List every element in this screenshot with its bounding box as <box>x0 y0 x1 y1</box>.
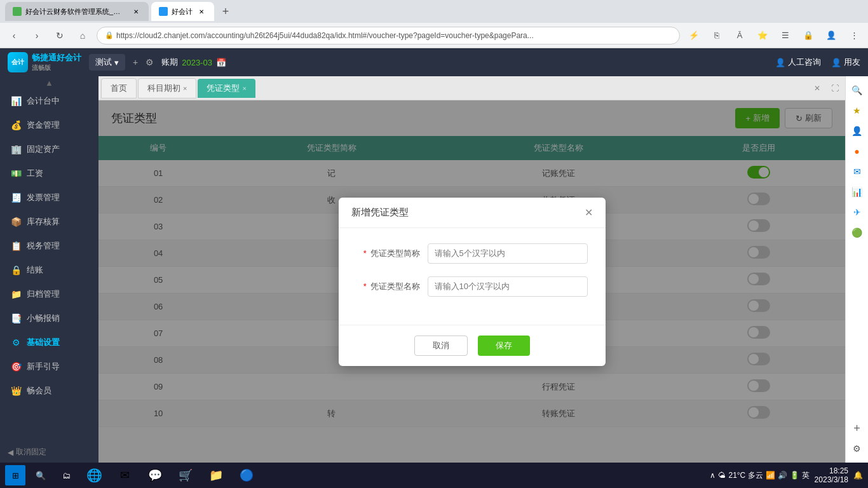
browser-chrome: 好会计云财务软件管理系统_会计 ✕ 好会计 ✕ + ‹ › ↻ ⌂ 🔒 http… <box>0 0 868 48</box>
tab2-close[interactable]: ✕ <box>196 6 207 17</box>
expand-icon[interactable]: ∧ <box>710 471 715 480</box>
browser-tab-1[interactable]: 好会计云财务软件管理系统_会计 ✕ <box>5 2 149 21</box>
sidebar-item-label: 会计台中 <box>27 95 60 107</box>
browser-action-3[interactable]: Ā <box>731 27 749 44</box>
sidebar-scroll-up[interactable]: ▲ <box>0 76 98 89</box>
rp-chart-icon[interactable]: 📊 <box>848 183 866 201</box>
save-button[interactable]: 保存 <box>478 336 530 356</box>
sidebar-item-label: 基础设置 <box>27 337 60 348</box>
browser-action-7[interactable]: 👤 <box>822 27 840 44</box>
name-input[interactable] <box>428 276 588 297</box>
tab1-favicon <box>13 7 22 16</box>
content-wrapper: 首页 科目期初 × 凭证类型 × ✕ ⛶ 凭证类型 <box>98 76 845 463</box>
abbr-label: * 凭证类型简称 <box>356 248 420 259</box>
browser-action-5[interactable]: ☰ <box>776 27 794 44</box>
tab-voucher-close[interactable]: × <box>242 85 246 92</box>
modal-body: * 凭证类型简称 * 凭证类型名称 <box>339 228 606 325</box>
browser-action-8[interactable]: ⋮ <box>845 27 863 44</box>
sidebar-item-report[interactable]: 📑 小畅报销 <box>0 306 98 330</box>
taskbar-shop[interactable]: 🛒 <box>173 465 198 485</box>
taskbar-mail[interactable]: ✉ <box>112 465 137 485</box>
rp-mail-icon[interactable]: ✉ <box>848 163 866 180</box>
taskbar-edge2[interactable]: 🔵 <box>234 465 259 485</box>
invoice-icon: 🧾 <box>10 192 22 203</box>
back-button[interactable]: ‹ <box>5 27 23 44</box>
sidebar-item-archive[interactable]: 📁 归档管理 <box>0 282 98 306</box>
name-label: * 凭证类型名称 <box>356 281 420 292</box>
period-value: 2023-03 <box>182 58 212 67</box>
lock-icon: 🔒 <box>105 31 114 39</box>
sidebar-item-salary[interactable]: 💵 工资 <box>0 161 98 186</box>
clock-date: 2023/3/18 <box>815 475 848 484</box>
rp-add-icon[interactable]: + <box>848 419 866 437</box>
new-tab-button[interactable]: + <box>217 3 234 20</box>
start-button[interactable]: ⊞ <box>5 465 25 485</box>
notification-icon[interactable]: 🔔 <box>853 471 863 480</box>
tab-close-ctrl[interactable]: ✕ <box>810 81 825 96</box>
taskbar: ⊞ 🔍 🗂 🌐 ✉ 💬 🛒 📁 🔵 ∧ 🌤 21°C 多云 📶 🔊 🔋 英 18… <box>0 463 868 488</box>
tab-maximize-ctrl[interactable]: ⛶ <box>827 81 843 96</box>
rp-user-icon[interactable]: 👤 <box>848 122 866 140</box>
cancel-fixed-button[interactable]: ◀ 取消固定 <box>0 442 98 463</box>
browser-action-2[interactable]: ⎘ <box>708 27 726 44</box>
rp-globe-icon[interactable]: ● <box>848 142 866 160</box>
task-view-btn[interactable]: 🗂 <box>56 465 76 485</box>
taskbar-wechat[interactable]: 💬 <box>142 465 168 485</box>
tab-home[interactable]: 首页 <box>101 78 137 98</box>
tab1-close[interactable]: ✕ <box>131 6 141 17</box>
address-input[interactable]: 🔒 https://cloud2.chanjet.com/accounting/… <box>97 27 680 44</box>
sidebar-item-member[interactable]: 👑 畅会员 <box>0 379 98 403</box>
sidebar-item-settings[interactable]: ⚙ 基础设置 <box>0 330 98 355</box>
clock[interactable]: 18:25 2023/3/18 <box>815 466 848 484</box>
rp-star-icon[interactable]: ★ <box>848 102 866 119</box>
sidebar-item-invoice[interactable]: 🧾 发票管理 <box>0 186 98 210</box>
consult-button[interactable]: 👤 人工咨询 <box>775 57 821 68</box>
sidebar-item-dashboard[interactable]: 📊 会计台中 <box>0 89 98 113</box>
rp-plane-icon[interactable]: ✈ <box>848 203 866 221</box>
search-taskbar[interactable]: 🔍 <box>31 465 51 485</box>
sidebar-item-fixed-assets[interactable]: 🏢 固定资产 <box>0 137 98 161</box>
sidebar-item-label: 发票管理 <box>27 192 60 203</box>
sidebar-item-inventory[interactable]: 📦 库存核算 <box>0 210 98 234</box>
browser-tab-2[interactable]: 好会计 ✕ <box>151 2 214 21</box>
period-label: 账期 <box>161 57 178 68</box>
cancel-button[interactable]: 取消 <box>414 336 468 356</box>
abbr-input[interactable] <box>428 243 588 264</box>
rp-gear-icon[interactable]: ⚙ <box>848 440 866 458</box>
browser-action-4[interactable]: ⭐ <box>754 27 771 44</box>
rp-app-icon[interactable]: 🟢 <box>848 224 866 241</box>
home-button[interactable]: ⌂ <box>74 27 92 44</box>
tab-subject[interactable]: 科目期初 × <box>138 78 196 98</box>
tab-subject-close[interactable]: × <box>183 85 187 92</box>
rp-search-icon[interactable]: 🔍 <box>848 81 866 99</box>
browser-action-1[interactable]: ⚡ <box>685 27 703 44</box>
tab1-label: 好会计云财务软件管理系统_会计 <box>25 7 127 17</box>
sidebar-item-capital[interactable]: 💰 资金管理 <box>0 113 98 137</box>
tab-voucher-type[interactable]: 凭证类型 × <box>198 79 255 98</box>
user-button[interactable]: 👤 用友 <box>831 57 860 68</box>
lang-indicator[interactable]: 英 <box>802 470 810 481</box>
modal-footer: 取消 保存 <box>339 325 606 366</box>
modal-close-button[interactable]: ✕ <box>585 207 593 219</box>
sidebar-item-label: 新手引导 <box>27 361 60 372</box>
taskbar-edge[interactable]: 🌐 <box>81 465 107 485</box>
taskbar-folder[interactable]: 📁 <box>203 465 229 485</box>
address-text: https://cloud2.chanjet.com/accounting/uh… <box>116 31 534 40</box>
add-org-button[interactable]: + <box>133 57 138 67</box>
add-voucher-modal: 新增凭证类型 ✕ * 凭证类型简称 <box>339 198 606 366</box>
org-selector[interactable]: 测试 ▾ <box>89 54 125 71</box>
reload-button[interactable]: ↻ <box>51 27 69 44</box>
volume-icon[interactable]: 🔊 <box>778 471 787 480</box>
forward-button[interactable]: › <box>28 27 46 44</box>
sidebar-item-guide[interactable]: 🎯 新手引导 <box>0 355 98 379</box>
sidebar-item-label: 归档管理 <box>27 288 60 300</box>
header-actions: 👤 人工咨询 👤 用友 <box>775 57 860 68</box>
sidebar-item-tax[interactable]: 📋 税务管理 <box>0 234 98 258</box>
name-form-row: * 凭证类型名称 <box>356 276 588 297</box>
sidebar-item-closing[interactable]: 🔒 结账 <box>0 258 98 282</box>
content-area: 凭证类型 + 新增 ↻ 刷新 <box>98 100 845 463</box>
browser-action-6[interactable]: 🔒 <box>799 27 817 44</box>
content-tabs: 首页 科目期初 × 凭证类型 × ✕ ⛶ <box>98 76 845 100</box>
settings-button[interactable]: ⚙ <box>146 57 154 67</box>
tab-home-label: 首页 <box>111 83 127 94</box>
